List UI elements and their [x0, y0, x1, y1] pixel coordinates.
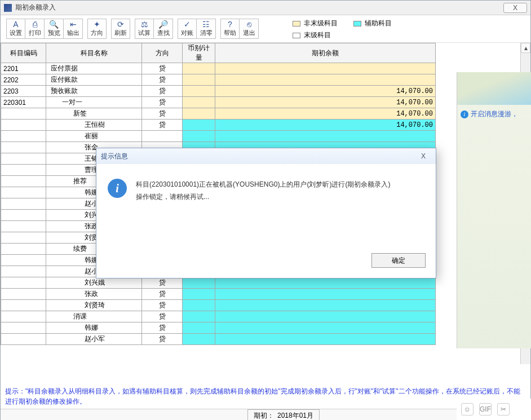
cell-code[interactable]: 2203 [1, 86, 46, 97]
col-bal[interactable]: 期初余额 [215, 43, 436, 63]
cell-cur[interactable] [183, 334, 215, 345]
cell-dir[interactable] [142, 131, 183, 142]
cell-bal[interactable] [215, 131, 436, 142]
toolbar-试算-button[interactable]: ⚖试算 [135, 19, 154, 39]
cell-name[interactable]: 应付票据 [46, 63, 142, 74]
table-row[interactable]: 新签贷14,070.00 [1, 108, 436, 120]
cell-bal[interactable] [215, 300, 436, 311]
emoji-icon[interactable]: ☺ [461, 403, 474, 415]
cell-bal[interactable] [215, 63, 436, 74]
cell-code[interactable]: 220301 [1, 97, 46, 108]
cell-dir[interactable]: 贷 [142, 108, 183, 120]
cell-cur[interactable] [183, 131, 215, 142]
table-row[interactable]: 2203预收账款贷14,070.00 [1, 86, 436, 97]
toolbar-设置-button[interactable]: A设置 [6, 19, 25, 39]
cell-bal[interactable] [215, 334, 436, 345]
cell-code[interactable]: 2201 [1, 63, 46, 74]
cell-code[interactable] [1, 255, 46, 266]
toolbar-对账-button[interactable]: ✓对账 [178, 19, 197, 39]
cell-dir[interactable]: 贷 [142, 289, 183, 300]
side-message[interactable]: i 开启消息漫游， [457, 105, 531, 123]
toolbar-打印-button[interactable]: ⎙打印 [25, 19, 45, 39]
cell-cur[interactable] [183, 74, 215, 86]
cell-code[interactable] [1, 153, 46, 165]
col-cur[interactable]: 币别/计量 [183, 43, 215, 63]
cell-bal[interactable] [215, 311, 436, 322]
cell-code[interactable] [1, 187, 46, 198]
cell-code[interactable] [1, 131, 46, 142]
cell-bal[interactable]: 14,070.00 [215, 86, 436, 97]
cell-name[interactable]: 刘兴娥 [46, 277, 142, 289]
cell-bal[interactable]: 14,070.00 [215, 120, 436, 131]
table-row[interactable]: 韩娜贷 [1, 322, 436, 334]
cell-cur[interactable] [183, 108, 215, 120]
cell-code[interactable] [1, 120, 46, 131]
toolbar-清零-button[interactable]: ☷清零 [197, 19, 216, 39]
cell-dir[interactable]: 贷 [142, 74, 183, 86]
cell-code[interactable] [1, 232, 46, 244]
cell-bal[interactable] [215, 289, 436, 300]
cell-cur[interactable] [183, 277, 215, 289]
cell-bal[interactable]: 14,070.00 [215, 108, 436, 120]
cell-dir[interactable]: 贷 [142, 300, 183, 311]
table-row[interactable]: 刘兴娥贷 [1, 277, 436, 289]
cell-cur[interactable] [183, 86, 215, 97]
cell-code[interactable] [1, 311, 46, 322]
cell-name[interactable]: 张政 [46, 289, 142, 300]
cell-code[interactable] [1, 277, 46, 289]
toolbar-输出-button[interactable]: ⇤输出 [64, 19, 83, 39]
col-code[interactable]: 科目编码 [1, 43, 46, 63]
cell-code[interactable] [1, 210, 46, 221]
cell-bal[interactable] [215, 277, 436, 289]
cell-code[interactable] [1, 266, 46, 277]
toolbar-刷新-button[interactable]: ⟳刷新 [111, 19, 130, 39]
cell-bal[interactable] [215, 322, 436, 334]
cell-name[interactable]: 赵小军 [46, 334, 142, 345]
cell-dir[interactable]: 贷 [142, 311, 183, 322]
cell-code[interactable] [1, 221, 46, 232]
ok-button[interactable]: 确定 [371, 253, 426, 268]
dialog-close-button[interactable]: X [415, 151, 431, 161]
cell-name[interactable]: 韩娜 [46, 322, 142, 334]
cell-code[interactable] [1, 322, 46, 334]
toolbar-预览-button[interactable]: 🔍预览 [45, 19, 64, 39]
cell-code[interactable] [1, 176, 46, 187]
window-close-button[interactable]: X [503, 3, 527, 13]
cell-code[interactable] [1, 108, 46, 120]
cell-dir[interactable]: 贷 [142, 97, 183, 108]
cell-bal[interactable] [215, 74, 436, 86]
cell-cur[interactable] [183, 120, 215, 131]
table-row[interactable]: 刘贤琦贷 [1, 300, 436, 311]
toolbar-方向-button[interactable]: ✦方向 [87, 19, 107, 39]
cell-code[interactable] [1, 142, 46, 153]
scroll-up-icon[interactable]: ▴ [521, 43, 530, 53]
cell-dir[interactable]: 贷 [142, 322, 183, 334]
cell-name[interactable]: 消课 [46, 311, 142, 322]
cell-dir[interactable]: 贷 [142, 334, 183, 345]
toolbar-查找-button[interactable]: 🔎查找 [154, 19, 173, 39]
toolbar-退出-button[interactable]: ⎋退出 [240, 19, 259, 39]
cell-cur[interactable] [183, 322, 215, 334]
cell-cur[interactable] [183, 311, 215, 322]
cell-dir[interactable]: 贷 [142, 86, 183, 97]
table-row[interactable]: 220301一对一贷14,070.00 [1, 97, 436, 108]
table-row[interactable]: 赵小军贷 [1, 334, 436, 345]
cell-name[interactable]: 刘贤琦 [46, 300, 142, 311]
toolbar-帮助-button[interactable]: ?帮助 [220, 19, 240, 39]
cell-name[interactable]: 王恒樹 [46, 120, 142, 131]
cell-code[interactable] [1, 198, 46, 210]
cell-code[interactable] [1, 244, 46, 255]
cell-dir[interactable]: 贷 [142, 120, 183, 131]
cell-dir[interactable]: 贷 [142, 277, 183, 289]
col-dir[interactable]: 方向 [142, 43, 183, 63]
cell-code[interactable] [1, 300, 46, 311]
cell-code[interactable] [1, 165, 46, 176]
cell-name[interactable]: 新签 [46, 108, 142, 120]
table-row[interactable]: 消课贷 [1, 311, 436, 322]
table-row[interactable]: 张政贷 [1, 289, 436, 300]
cell-name[interactable]: 崔丽 [46, 131, 142, 142]
col-name[interactable]: 科目名称 [46, 43, 142, 63]
cell-name[interactable]: 预收账款 [46, 86, 142, 97]
cell-name[interactable]: 一对一 [46, 97, 142, 108]
cell-name[interactable]: 应付账款 [46, 74, 142, 86]
